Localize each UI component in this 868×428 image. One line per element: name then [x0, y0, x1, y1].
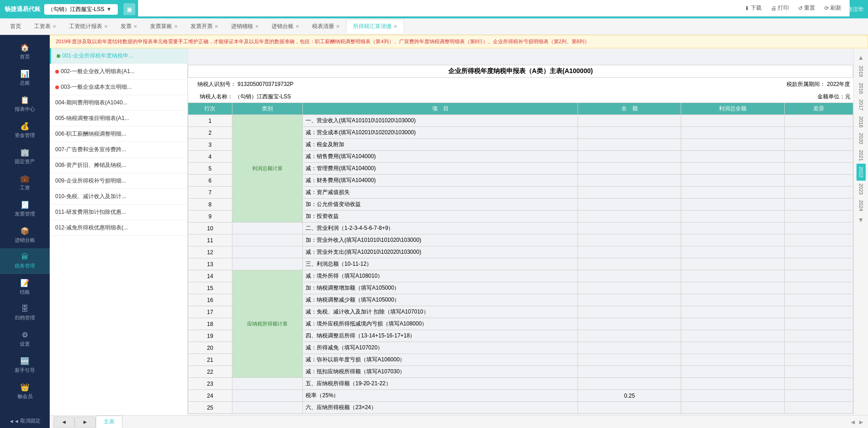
tax-period-label: 税款所属期间：	[787, 81, 825, 87]
nav-next-icon[interactable]: ►	[75, 417, 96, 428]
year-item-2021[interactable]: 2021	[856, 147, 866, 164]
tab-salary-stats[interactable]: 工资统计报表 ✕	[63, 20, 114, 33]
company-name: （勾销）江西服宝-LSS	[48, 6, 104, 13]
report-item-009[interactable]: 009-企业所得税补亏损明细...	[50, 173, 187, 189]
sidebar-item-purchase[interactable]: 📦 进销台账	[0, 222, 50, 248]
sidebar-item-ledger[interactable]: 📊 总账	[0, 65, 50, 91]
report-list: 001-企业所得税年度纳税申... 002-一般企业收入明细表(A1... 00…	[50, 48, 188, 415]
sidebar-item-asset[interactable]: 🏢 固定资产	[0, 143, 50, 170]
close-icon[interactable]: ✕	[174, 24, 178, 29]
tab-home[interactable]: 首页	[4, 20, 28, 33]
year-item-2024[interactable]: 2024	[856, 197, 866, 214]
tab-invoice-open[interactable]: 发票开票 ✕	[184, 20, 225, 33]
sidebar-item-home[interactable]: 🏠 首页	[0, 39, 50, 65]
report-item-010[interactable]: 010-免税、减计收入及加计...	[50, 189, 187, 205]
tab-purchase-verify[interactable]: 进销稽核 ✕	[225, 20, 265, 33]
sidebar-item-settlement[interactable]: 📝 结账	[0, 274, 50, 300]
taxpayer-id: 91320500703719732P	[237, 81, 293, 87]
sidebar-item-fund[interactable]: 💰 资金管理	[0, 117, 50, 143]
report-item-006[interactable]: 006-职工薪酬纳税调整明细...	[50, 126, 187, 142]
pin-icon: ◄◄	[9, 418, 19, 424]
table-row: 13 三、利润总额（10-11-12）	[188, 258, 853, 270]
close-icon[interactable]: ✕	[255, 24, 259, 29]
sidebar-item-tax[interactable]: 🏛 税务管理	[0, 248, 50, 274]
ledger-icon: 📊	[20, 69, 29, 78]
table-title: 企业所得税年度纳税申报表（A类）主表(A100000)	[188, 65, 853, 78]
report-item-004[interactable]: 004-期间费用明细表(A1040...	[50, 95, 187, 111]
close-icon[interactable]: ✕	[52, 24, 56, 29]
bottom-tab-main[interactable]: 主表	[96, 416, 122, 428]
bottom-tab-bar: ◄ ► 主表 ◄ ►	[50, 415, 868, 428]
report-content: 企业所得税年度纳税申报表（A类）主表(A100000) 纳税人识别号： 9132…	[188, 65, 853, 415]
table-row: 12 减：营业外支出(填写A102010\102020\103000)	[188, 246, 853, 258]
sidebar-item-member[interactable]: 👑 畅会员	[0, 378, 50, 405]
report-item-008[interactable]: 008-资产折旧、摊销及纳税...	[50, 158, 187, 173]
year-item-2017[interactable]: 2017	[856, 97, 866, 113]
report-table: 企业所得税年度纳税申报表（A类）主表(A100000) 纳税人识别号： 9132…	[188, 65, 853, 414]
year-panel: ▲ 2019 2016 2017 2018 2020 2021 2022 202…	[853, 48, 868, 415]
copy-icon[interactable]: ▣	[123, 3, 135, 15]
close-icon[interactable]: ✕	[214, 24, 218, 29]
main-layout: 🏠 首页 📊 总账 📋 报表中心 💰 资金管理 🏢 固定资产 💼 工资 🧾 发票…	[0, 35, 868, 428]
year-down-arrow[interactable]: ▼	[856, 214, 866, 225]
close-icon[interactable]: ✕	[295, 24, 299, 29]
report-item-011[interactable]: 011-研发费用加计扣除优惠...	[50, 205, 187, 220]
app-logo: 畅捷通易代账	[5, 5, 41, 13]
year-item-2023[interactable]: 2023	[856, 181, 866, 197]
close-icon[interactable]: ✕	[133, 24, 137, 29]
status-dot	[55, 70, 59, 74]
report-item-005[interactable]: 005-纳税调整项目明细表(A1...	[50, 111, 187, 126]
tab-tax-settlement[interactable]: 所得税汇算清缴 ✕	[346, 19, 404, 34]
currency-label: 金额单位：元	[817, 93, 851, 100]
year-item-2020[interactable]: 2020	[856, 130, 866, 147]
invoice-icon: 🧾	[20, 200, 29, 209]
close-icon[interactable]: ✕	[336, 24, 340, 29]
sidebar-item-report[interactable]: 📋 报表中心	[0, 91, 50, 117]
report-icon: 📋	[20, 96, 29, 104]
nav-prev-icon[interactable]: ◄	[53, 417, 75, 428]
salary-icon: 💼	[20, 174, 29, 183]
warning-text: 2019年度涉及取以前年度结转数据的申报表单元格需要手工维护正确，才能保证本年及…	[56, 39, 590, 44]
report-item-007[interactable]: 007-广告费和业务宣传费跨...	[50, 142, 187, 158]
tab-invoice-calc[interactable]: 发票算账 ✕	[144, 20, 184, 33]
taxpayer-name-label: 纳税人名称：	[200, 93, 233, 100]
table-row: 14 应纳税所得额计算 减：境外所得（填写A108010）	[188, 270, 853, 282]
scroll-right-icon[interactable]: ►	[858, 418, 864, 426]
purchase-icon: 📦	[20, 227, 29, 235]
col-header-amount: 全 额	[578, 103, 681, 115]
sidebar-item-settings[interactable]: ⚙ 设置	[0, 326, 50, 352]
report-item-001[interactable]: 001-企业所得税年度纳税申...	[50, 48, 187, 64]
year-item-2019[interactable]: 2019	[856, 63, 866, 80]
close-icon[interactable]: ✕	[393, 24, 397, 29]
sidebar: 🏠 首页 📊 总账 📋 报表中心 💰 资金管理 🏢 固定资产 💼 工资 🧾 发票…	[0, 35, 50, 428]
scroll-left-icon[interactable]: ◄	[850, 418, 856, 426]
close-icon[interactable]: ✕	[104, 24, 108, 29]
col-header-profit: 利润总全额	[681, 103, 784, 115]
col-header-category: 类别	[232, 103, 302, 115]
tax-icon: 🏛	[21, 253, 29, 261]
table-row: 10 二、营业利润（1-2-3-4-5-6-7-8+9）	[188, 223, 853, 234]
year-item-2016[interactable]: 2016	[856, 80, 866, 97]
nav-tabs: 首页 工资表 ✕ 工资统计报表 ✕ 发票 ✕ 发票算账 ✕ 发票开票 ✕ 进销稽…	[0, 18, 868, 35]
sidebar-item-invoice[interactable]: 🧾 发票管理	[0, 196, 50, 222]
sidebar-item-archive[interactable]: 🗄 归档管理	[0, 300, 50, 326]
report-item-002[interactable]: 002-一般企业收入明细表(A1...	[50, 64, 187, 80]
tab-purchase-ledger[interactable]: 进销台账 ✕	[265, 20, 306, 33]
sidebar-item-guide[interactable]: 🆕 新手引导	[0, 352, 50, 378]
report-item-012[interactable]: 012-减免所得税优惠明细表(...	[50, 220, 187, 236]
company-selector[interactable]: （勾销）江西服宝-LSS ▼	[44, 4, 118, 15]
sidebar-item-salary[interactable]: 💼 工资	[0, 170, 50, 196]
year-up-arrow[interactable]: ▲	[856, 52, 866, 63]
tab-invoice[interactable]: 发票 ✕	[114, 20, 144, 33]
table-row: 25 六、应纳所得税额（23×24）	[188, 402, 853, 414]
tab-salary[interactable]: 工资表 ✕	[28, 20, 63, 33]
table-row: 11 加：营业外收入(填写A101010\101020\103000)	[188, 234, 853, 246]
year-item-2022[interactable]: 2022	[856, 164, 866, 180]
year-item-2018[interactable]: 2018	[856, 114, 866, 130]
table-row: 23 五、应纳税所得额（19-20-21-22）	[188, 378, 853, 390]
tab-tax-list[interactable]: 税表清册 ✕	[306, 20, 346, 33]
chevron-down-icon: ▼	[106, 6, 112, 12]
sidebar-collapse-button[interactable]: ◄◄ 取消固定	[0, 414, 50, 428]
report-item-003[interactable]: 003-一般企业成本支出明细...	[50, 80, 187, 95]
settlement-icon: 📝	[20, 279, 29, 287]
